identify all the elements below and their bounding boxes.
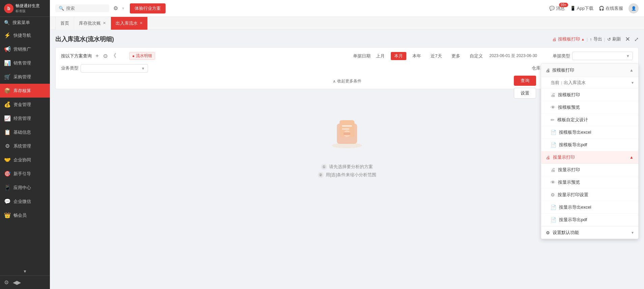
- chevron-up-icon: ∧: [333, 79, 336, 84]
- dropdown-template-custom[interactable]: ✏ 模板自定义设计: [541, 114, 638, 126]
- dropdown-display-excel[interactable]: 📄 按显示导出excel: [541, 201, 638, 214]
- tab-flow[interactable]: 出入库流水 ✕: [111, 17, 148, 30]
- print-icon: 🖨: [552, 37, 557, 42]
- current-arrow-icon: ▾: [632, 80, 634, 85]
- date-custom[interactable]: 自定义: [466, 52, 486, 60]
- trial-btn[interactable]: 体验行业方案: [130, 3, 166, 14]
- sidebar-scroll-down[interactable]: ▼: [0, 267, 50, 275]
- export-icon: ↑: [590, 37, 592, 42]
- member-icon: 👑: [4, 212, 11, 218]
- date-current-month[interactable]: 本月: [391, 52, 406, 60]
- display-preview-icon: 👁: [551, 180, 555, 185]
- filter-add-btn[interactable]: ＋: [94, 52, 100, 60]
- topbar: 🔍 ⚙ ▾ 体验行业方案 💬 消息 99+ 📱 App下载 🎧 在线客服 👤: [50, 0, 644, 17]
- display-print-icon: 🖨: [551, 167, 555, 173]
- dropdown-footer[interactable]: ⚙ 设置默认功能 ▾: [541, 226, 638, 239]
- dropdown-header: 🖨 按模板打印 ▲: [541, 64, 638, 77]
- filter-collapse-left-btn[interactable]: 《: [110, 52, 117, 60]
- dropdown-template-export-pdf[interactable]: 📄 按模板导出pdf: [541, 139, 638, 151]
- print-dropdown-icon: 🖨: [546, 68, 550, 73]
- sidebar-search[interactable]: 🔍 搜索菜单: [0, 17, 50, 28]
- dropdown-section-display[interactable]: 🖨 按显示打印 ▲: [541, 151, 638, 164]
- sidebar: b 畅捷通好生意 标准版 🔍 搜索菜单 ⚡ 快捷导航 📢 营销推广 📊 销售管理…: [0, 0, 50, 289]
- sidebar-item-sales[interactable]: 📊 销售管理: [0, 56, 50, 70]
- sidebar-bottom: ⚙ ◀▶: [0, 275, 50, 289]
- sidebar-item-system[interactable]: ⚙ 系统管理: [0, 139, 50, 153]
- sidebar-item-guide[interactable]: 🎯 新手引导: [0, 167, 50, 181]
- logo-icon: b: [4, 4, 13, 13]
- sidebar-item-cooperation[interactable]: 🤝 企业协同: [0, 153, 50, 167]
- finance-icon: 💰: [4, 101, 11, 108]
- template-preview-icon: 👁: [551, 105, 555, 110]
- doc-type-arrow-icon: ▾: [627, 53, 629, 58]
- close-page-btn[interactable]: ✕: [625, 35, 630, 43]
- tab-batch-account-close[interactable]: ✕: [103, 21, 106, 25]
- dropdown-template-export-excel[interactable]: 📄 按模板导出excel: [541, 126, 638, 139]
- collapse-btn[interactable]: ∧ 收起更多条件: [333, 78, 361, 84]
- cooperation-icon: 🤝: [4, 157, 11, 163]
- quick-nav-icon: ⚡: [4, 32, 11, 38]
- date-filter-controls: 上月 本月 本年 近7天 更多 自定义: [373, 52, 486, 60]
- refresh-icon: ↺: [607, 37, 611, 42]
- dropdown-display-settings[interactable]: ⚙ 按显示打印设置: [541, 189, 638, 201]
- empty-hint-1: ① 请先选择要分析的方案: [321, 164, 373, 170]
- sidebar-item-marketing[interactable]: 📢 营销推广: [0, 42, 50, 56]
- sidebar-item-apps[interactable]: 📱 应用中心: [0, 181, 50, 194]
- expand-btn[interactable]: ⤢: [634, 36, 639, 43]
- filter-settings-btn[interactable]: ⊙: [103, 52, 108, 60]
- template-custom-icon: ✏: [551, 117, 555, 123]
- sidebar-item-operation[interactable]: 📈 经营管理: [0, 111, 50, 125]
- dropdown-display-print[interactable]: 🖨 按显示打印: [541, 164, 638, 176]
- topbar-gear-icon[interactable]: ⚙: [113, 5, 118, 11]
- date-7days[interactable]: 近7天: [427, 52, 445, 60]
- sidebar-item-wechat[interactable]: 💬 企业微信: [0, 194, 50, 208]
- basic-icon: 📋: [4, 129, 11, 135]
- dropdown-template-print[interactable]: 🖨 按模板打印: [541, 89, 638, 101]
- dropdown-template-preview[interactable]: 👁 按模板预览: [541, 101, 638, 114]
- phone-icon: 📱: [570, 6, 576, 11]
- warehouse-label: 仓库: [532, 65, 540, 71]
- search-input[interactable]: [66, 6, 100, 11]
- tab-home[interactable]: 首页: [55, 17, 74, 30]
- template-pdf-icon: 📄: [551, 142, 556, 148]
- message-btn[interactable]: 💬 消息 99+: [549, 5, 565, 11]
- sidebar-item-member[interactable]: 👑 畅会员: [0, 208, 50, 222]
- dropdown-collapse-icon[interactable]: ▲: [630, 68, 634, 73]
- tab-flow-close[interactable]: ✕: [140, 21, 143, 25]
- purchase-icon: 🛒: [4, 74, 11, 80]
- sidebar-item-inventory[interactable]: 📦 库存核算: [0, 84, 50, 98]
- settings-icon[interactable]: ⚙: [4, 279, 9, 286]
- main-area: 🔍 ⚙ ▾ 体验行业方案 💬 消息 99+ 📱 App下载 🎧 在线客服 👤: [50, 0, 644, 289]
- tag-icon: ●: [132, 54, 135, 58]
- dropdown-display-pdf[interactable]: 📄 按显示导出pdf: [541, 214, 638, 226]
- footer-arrow-icon: ▾: [632, 230, 634, 235]
- business-type-select[interactable]: ▾: [81, 64, 148, 73]
- date-last-month[interactable]: 上月: [373, 52, 388, 60]
- sidebar-item-finance[interactable]: 💰 资金管理: [0, 98, 50, 111]
- print-template-btn[interactable]: 🖨 按模板打印 ▲: [552, 36, 585, 42]
- app-download-btn[interactable]: 📱 App下载: [570, 5, 593, 11]
- user-avatar[interactable]: 👤: [628, 3, 639, 14]
- topbar-search-box[interactable]: 🔍: [55, 4, 109, 12]
- sidebar-item-quick-nav[interactable]: ⚡ 快捷导航: [0, 28, 50, 42]
- export-btn[interactable]: ↑ 导出: [590, 36, 602, 42]
- sidebar-nav: ⚡ 快捷导航 📢 营销推广 📊 销售管理 🛒 采购管理 📦 库存核算 💰 资金管…: [0, 28, 50, 267]
- collapse-icon[interactable]: ◀▶: [13, 279, 21, 286]
- message-icon: 💬: [549, 6, 555, 11]
- tab-batch-account[interactable]: 库存批次账 ✕: [74, 17, 111, 30]
- sidebar-item-purchase[interactable]: 🛒 采购管理: [0, 70, 50, 84]
- business-type-arrow-icon: ▾: [142, 66, 144, 71]
- inventory-icon: 📦: [4, 87, 11, 94]
- svg-rect-4: [342, 128, 349, 130]
- system-icon: ⚙: [4, 143, 11, 149]
- online-service-btn[interactable]: 🎧 在线客服: [599, 5, 623, 11]
- dropdown-display-preview[interactable]: 👁 按显示预览: [541, 176, 638, 189]
- date-current-year[interactable]: 本年: [409, 52, 425, 60]
- query-btn[interactable]: 查询: [514, 76, 536, 86]
- refresh-btn[interactable]: ↺ 刷新: [607, 36, 621, 42]
- display-pdf-icon: 📄: [551, 217, 556, 222]
- date-more[interactable]: 更多: [448, 52, 464, 60]
- sidebar-item-basic[interactable]: 📋 基础信息: [0, 125, 50, 139]
- doc-type-select[interactable]: ▾: [572, 52, 633, 60]
- settings-btn[interactable]: 设置: [514, 88, 536, 99]
